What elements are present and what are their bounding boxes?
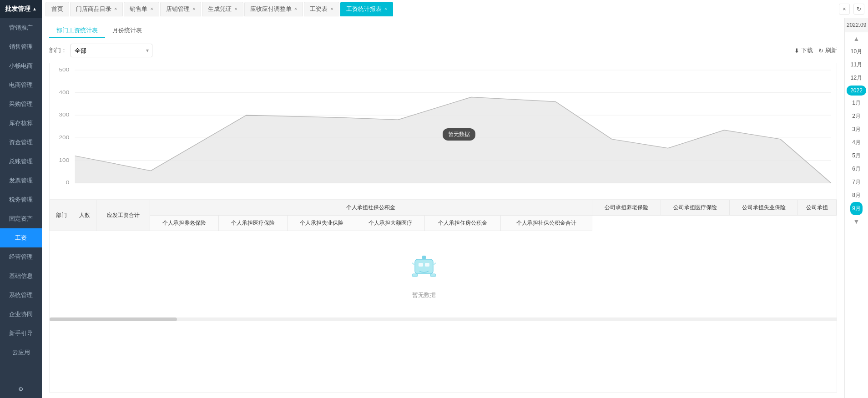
cal-month-1月[interactable]: 1月 [850, 96, 863, 110]
sidebar-item-库存核算[interactable]: 库存核算 [0, 114, 42, 133]
tab-close-工资统计报表[interactable]: × [384, 6, 387, 11]
svg-text:200: 200 [59, 135, 70, 140]
sidebar-top-label: 批发管理 [5, 5, 30, 13]
sidebar-item-工资[interactable]: 工资 [0, 228, 42, 247]
svg-text:400: 400 [59, 90, 70, 95]
svg-text:300: 300 [59, 112, 70, 117]
tab-门店商品目录[interactable]: 门店商品目录× [70, 2, 123, 16]
tab-close-门店商品目录[interactable]: × [114, 6, 117, 11]
close-all-button[interactable]: × [839, 4, 850, 15]
refresh-icon: ↻ [818, 47, 823, 54]
col-p-housing: 个人承担住房公积金 [424, 216, 501, 231]
scroll-thumb[interactable] [50, 317, 177, 321]
dept-label: 部门： [49, 46, 67, 55]
sidebar-top[interactable]: 批发管理 ▲ [0, 0, 42, 18]
col-company-medical: 公司承担医疗保险 [661, 200, 729, 216]
cal-month-9月[interactable]: 9月 [850, 202, 863, 215]
toolbar: 部门： 全部 ▾ ⬇ 下载 ↻ 刷新 [49, 44, 837, 57]
tab-close-工资表[interactable]: × [330, 6, 333, 11]
table-wrapper[interactable]: 部门 人数 应发工资合计 个人承担社保公积金 公司承担养老保险 公司承担医疗保险… [49, 199, 837, 393]
tab-close-应收应付调整单[interactable]: × [294, 6, 297, 11]
cal-month-12月[interactable]: 12月 [849, 71, 864, 85]
sidebar: 批发管理 ▲ 营销推广销售管理小畅电商电商管理采购管理库存核算资金管理总账管理发… [0, 0, 42, 398]
tab-close-生成凭证[interactable]: × [234, 6, 237, 11]
col-p-medical: 个人承担医疗保险 [218, 216, 287, 231]
col-company-more: 公司承担 [798, 200, 837, 216]
col-p-bigmed: 个人承担大额医疗 [356, 216, 424, 231]
cal-month-10月[interactable]: 10月 [849, 45, 864, 58]
tab-工资统计报表[interactable]: 工资统计报表× [340, 2, 393, 16]
refresh-button[interactable]: ↻ 刷新 [818, 46, 837, 55]
tab-应收应付调整单[interactable]: 应收应付调整单× [244, 2, 303, 16]
sidebar-item-基础信息[interactable]: 基础信息 [0, 267, 42, 286]
cal-month-11月[interactable]: 11月 [849, 58, 864, 71]
main: 首页门店商品目录×销售单×店铺管理×生成凭证×应收应付调整单×工资表×工资统计报… [42, 0, 868, 398]
sidebar-item-云应用[interactable]: 云应用 [0, 343, 42, 362]
dept-select[interactable]: 全部 [71, 44, 152, 57]
toolbar-right: ⬇ 下载 ↻ 刷新 [794, 46, 837, 55]
sidebar-item-固定资产[interactable]: 固定资产 [0, 209, 42, 228]
tab-店铺管理[interactable]: 店铺管理× [160, 2, 201, 16]
calendar-year-label: 2022.09 [845, 18, 868, 32]
cal-month-7月[interactable]: 7月 [850, 176, 863, 189]
download-button[interactable]: ⬇ 下载 [794, 46, 813, 55]
svg-text:100: 100 [59, 157, 70, 163]
cal-month-3月[interactable]: 3月 [850, 123, 863, 136]
tab-销售单[interactable]: 销售单× [124, 2, 159, 16]
calendar-next-arrow[interactable]: ▼ [845, 215, 868, 228]
sidebar-item-电商管理[interactable]: 电商管理 [0, 76, 42, 95]
calendar-panel: 2022.09 ▲ 10月11月12月 2022 1月2月3月4月5月6月7月8… [844, 18, 868, 398]
sidebar-item-采购管理[interactable]: 采购管理 [0, 95, 42, 114]
refresh-label: 刷新 [825, 46, 837, 55]
svg-rect-21 [430, 274, 436, 277]
settings-button[interactable]: ⚙ [0, 380, 42, 398]
calendar-prev-arrow[interactable]: ▲ [845, 32, 868, 45]
sidebar-item-系统管理[interactable]: 系统管理 [0, 286, 42, 305]
col-p-unemploy: 个人承担失业保险 [287, 216, 356, 231]
sidebar-item-总账管理[interactable]: 总账管理 [0, 152, 42, 171]
svg-rect-15 [425, 263, 429, 267]
sidebar-item-新手引导[interactable]: 新手引导 [0, 324, 42, 343]
svg-line-19 [433, 263, 436, 265]
sidebar-item-资金管理[interactable]: 资金管理 [0, 133, 42, 152]
col-company-unemploy: 公司承担失业保险 [729, 200, 798, 216]
tab-工资表[interactable]: 工资表× [304, 2, 339, 16]
settings-icon: ⚙ [18, 386, 24, 393]
cal-year-active[interactable]: 2022 [847, 86, 866, 96]
cal-months-2023: 1月2月3月4月5月6月7月8月9月 [850, 96, 863, 215]
toolbar-left: 部门： 全部 ▾ [49, 44, 152, 57]
svg-line-18 [412, 263, 415, 265]
sidebar-item-销售管理[interactable]: 销售管理 [0, 37, 42, 56]
svg-marker-12 [75, 97, 831, 183]
sub-tab-部门工资统计表[interactable]: 部门工资统计表 [49, 24, 105, 38]
tabs-bar: 首页门店商品目录×销售单×店铺管理×生成凭证×应收应付调整单×工资表×工资统计报… [42, 0, 868, 18]
tab-close-销售单[interactable]: × [150, 6, 153, 11]
sidebar-item-税务管理[interactable]: 税务管理 [0, 190, 42, 209]
svg-rect-13 [415, 259, 433, 274]
tab-close-店铺管理[interactable]: × [192, 6, 195, 11]
svg-rect-20 [412, 274, 418, 277]
cal-month-5月[interactable]: 5月 [850, 149, 863, 162]
sidebar-item-发票管理[interactable]: 发票管理 [0, 171, 42, 190]
horizontal-scrollbar[interactable] [50, 317, 837, 321]
svg-text:0: 0 [66, 180, 70, 185]
empty-row: 暂无数据 [50, 231, 837, 318]
col-total: 应发工资合计 [96, 200, 150, 231]
empty-icon [406, 249, 442, 286]
sidebar-item-经营管理[interactable]: 经营管理 [0, 247, 42, 267]
sidebar-item-营销推广[interactable]: 营销推广 [0, 18, 42, 37]
sidebar-item-企业协同[interactable]: 企业协同 [0, 305, 42, 324]
sub-tab-月份统计表[interactable]: 月份统计表 [105, 24, 149, 38]
cal-month-2月[interactable]: 2月 [850, 110, 863, 123]
tab-首页[interactable]: 首页 [45, 2, 69, 16]
refresh-all-button[interactable]: ↻ [853, 4, 864, 15]
page-content: 部门工资统计表月份统计表 部门： 全部 ▾ ⬇ 下载 ↻ [42, 18, 844, 398]
cal-month-8月[interactable]: 8月 [850, 189, 863, 202]
cal-month-6月[interactable]: 6月 [850, 162, 863, 176]
col-personal-social: 个人承担社保公积金 [150, 200, 592, 216]
sidebar-item-小畅电商[interactable]: 小畅电商 [0, 56, 42, 76]
cal-month-4月[interactable]: 4月 [850, 136, 863, 149]
tab-生成凭证[interactable]: 生成凭证× [202, 2, 243, 16]
sidebar-items: 营销推广销售管理小畅电商电商管理采购管理库存核算资金管理总账管理发票管理税务管理… [0, 18, 42, 362]
empty-state: 暂无数据 [50, 231, 798, 317]
